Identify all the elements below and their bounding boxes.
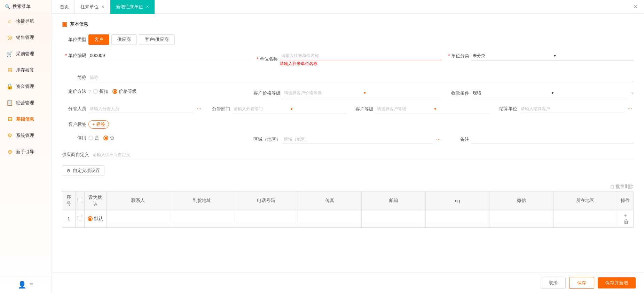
disabled-yes-circle — [88, 136, 93, 140]
customer-level-select[interactable]: 请选择客户等级 ▼ — [376, 104, 490, 114]
cancel-button[interactable]: 取消 — [541, 277, 566, 289]
customer-level-group: 客户等级 请选择客户等级 ▼ — [349, 104, 490, 114]
disabled-no-radio[interactable]: 否 — [103, 135, 114, 141]
level-radio-circle — [112, 89, 117, 94]
tab-home[interactable]: 首页 — [54, 0, 75, 14]
region-input[interactable] — [283, 135, 433, 144]
select-all-checkbox[interactable] — [78, 198, 82, 202]
sidebar-item-guide[interactable]: ⊕ 新手引导 — [0, 144, 51, 160]
manager-more-btn[interactable]: ··· — [195, 106, 203, 112]
sidebar-item-inventory[interactable]: ⊞ 库存核算 — [0, 62, 51, 78]
abbr-group: 简称 — [62, 73, 634, 82]
unit-name-input[interactable] — [280, 51, 442, 60]
row-region-input[interactable] — [556, 214, 615, 223]
sidebar-item-quick-nav[interactable]: ⌂ 快捷导航 — [0, 13, 51, 29]
sidebar-item-system[interactable]: ⚙ 系统管理 — [0, 127, 51, 144]
tab-new-partner[interactable]: 新增往来单位 ✕ — [110, 0, 155, 14]
row-phone[interactable] — [234, 210, 298, 228]
payment-select[interactable]: 现结 ▼ — [471, 88, 629, 98]
manager-group: 分管人员 ··· — [62, 104, 203, 113]
row-email-input[interactable] — [364, 214, 423, 223]
sidebar-item-finance[interactable]: 🔒 资金管理 — [0, 78, 51, 95]
th-checkbox — [75, 192, 84, 210]
row-checkbox[interactable] — [78, 216, 82, 220]
dept-select[interactable]: 请输入分管部门 ▼ — [232, 104, 347, 114]
row-address[interactable] — [170, 210, 234, 228]
sidebar-avatar[interactable]: 👤 — [18, 280, 26, 289]
settlement-more-btn[interactable]: ··· — [626, 106, 634, 112]
remark-input[interactable] — [471, 135, 634, 144]
abbr-row: 简称 — [62, 73, 634, 82]
customer-price-select[interactable]: 请选择客户价格等级 ▼ — [283, 88, 442, 98]
row-default-radio-group: 默认 — [87, 215, 104, 222]
disabled-radio-group: 是 否 — [88, 135, 114, 141]
row-del-btn[interactable]: 🗑 — [623, 219, 629, 225]
batch-delete-btn[interactable]: 批量删除 — [615, 184, 634, 190]
table-row: 1 默认 — [62, 210, 634, 228]
unit-type-btn-group: 客户 供应商 客户/供应商 — [88, 34, 175, 45]
th-index: 序号 — [62, 192, 76, 210]
row-wechat-input[interactable] — [492, 214, 551, 223]
custom-settings-btn[interactable]: ⚙ 自定义项设置 — [62, 165, 104, 176]
row-email[interactable] — [362, 210, 425, 228]
tab-new-partner-close[interactable]: ✕ — [146, 5, 149, 9]
row-add-btn[interactable]: + — [623, 212, 627, 218]
dept-group: 分管部门 请输入分管部门 ▼ — [206, 104, 347, 114]
pricing-help-icon[interactable]: ? — [88, 89, 91, 94]
row-action-cell: + 🗑 — [617, 210, 634, 228]
search-menu[interactable]: 🔍 搜索菜单 — [0, 0, 51, 13]
row-checkbox-cell — [75, 210, 84, 228]
row-phone-input[interactable] — [236, 214, 296, 223]
row-fax[interactable] — [298, 210, 361, 228]
pricing-discount-radio[interactable]: 折扣 — [93, 88, 108, 95]
row-wechat[interactable] — [489, 210, 553, 228]
type-btn-supplier[interactable]: 供应商 — [111, 34, 137, 45]
disabled-yes-radio[interactable]: 是 — [88, 135, 99, 141]
dept-label: 分管部门 — [206, 106, 230, 112]
payment-help-icon[interactable]: ? — [631, 91, 634, 96]
sidebar-item-operation[interactable]: 📋 经营管理 — [0, 95, 51, 111]
row-contact[interactable] — [106, 210, 170, 228]
sidebar-item-sales[interactable]: ◎ 销售管理 — [0, 29, 51, 46]
save-new-button[interactable]: 保存并新增 — [598, 277, 636, 288]
payment-group: 收款条件 现结 ▼ ? — [445, 88, 634, 98]
row-qq[interactable] — [425, 210, 489, 228]
supplier-custom-input[interactable] — [91, 150, 634, 159]
supplier-custom-label: 供应商自定义 — [62, 152, 89, 158]
th-default: 设为默认 — [84, 192, 106, 210]
th-wechat: 微信 — [489, 192, 553, 210]
abbr-input[interactable] — [88, 73, 634, 82]
tab-partner-list[interactable]: 往来单位 ✕ — [75, 0, 110, 14]
code-name-category-row: 单位编码 单位名称 请输入往来单位名称 单位分类 未分类 ▼ — [62, 51, 634, 67]
th-email: 邮箱 — [362, 192, 425, 210]
row-qq-input[interactable] — [428, 214, 487, 223]
unit-type-label: 单位类型 — [62, 36, 86, 43]
row-address-input[interactable] — [172, 214, 231, 223]
type-btn-customer[interactable]: 客户 — [88, 34, 109, 45]
row-default-radio[interactable]: 默认 — [88, 215, 103, 222]
unit-code-input[interactable] — [88, 51, 251, 60]
sidebar-item-purchase[interactable]: 🛒 采购管理 — [0, 46, 51, 62]
row-region[interactable] — [553, 210, 617, 228]
unit-category-select[interactable]: 未分类 ▼ — [471, 51, 634, 61]
manager-input[interactable] — [88, 104, 193, 113]
row-contact-input[interactable] — [109, 214, 168, 223]
batch-delete-icon: ⊡ — [610, 184, 614, 189]
tab-partner-list-close[interactable]: ✕ — [101, 5, 104, 9]
row-fax-input[interactable] — [300, 214, 359, 223]
dept-arrow-icon: ▼ — [290, 107, 345, 111]
pricing-level-radio[interactable]: 价格等级 — [112, 88, 137, 95]
close-all-tabs[interactable]: ✕ — [630, 3, 641, 10]
type-btn-both[interactable]: 客户/供应商 — [139, 34, 175, 45]
sidebar-item-basic[interactable]: ⊡ 基础信息 — [0, 111, 51, 127]
save-button[interactable]: 保存 — [569, 277, 594, 289]
region-more-btn[interactable]: ··· — [435, 136, 442, 143]
disabled-group: 停用 是 否 — [62, 135, 251, 141]
settlement-input[interactable] — [519, 104, 624, 113]
table-toolbar: ⊡ 批量删除 — [62, 184, 634, 190]
contact-table: 序号 设为默认 联系人 到货地址 电话号码 传真 邮箱 qq 微信 所在地区 操… — [62, 191, 634, 228]
section-header: ▣ 基本信息 — [62, 21, 634, 27]
th-region: 所在地区 — [553, 192, 617, 210]
sidebar-expand-icon[interactable]: ≡ — [29, 281, 33, 289]
add-tag-btn[interactable]: + 标签 — [88, 120, 109, 129]
